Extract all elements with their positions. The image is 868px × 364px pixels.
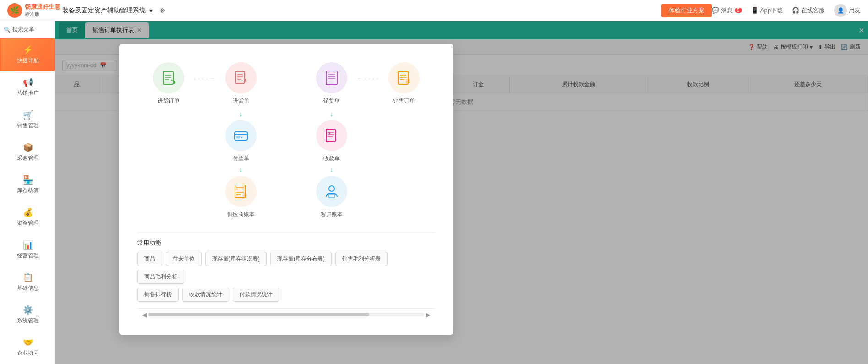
app-download-button[interactable]: 📱 App下载 [751,6,783,15]
title-dropdown-icon[interactable]: ▾ [149,7,153,14]
logo-icon: 🌿 [7,3,22,18]
btn-payment-stats[interactable]: 付款情况统计 [233,288,279,302]
basics-icon: 📋 [23,272,33,283]
search-menu-button[interactable]: 🔍 搜索菜单 [0,21,55,38]
trial-button[interactable]: 体验行业方案 [661,4,712,17]
purchase-bill-circle [225,62,257,93]
cf-buttons-row1: 商品 往来单位 现存量(库存状况表) 现存量(库存分布表) 销售毛利分析表 商品… [137,252,435,284]
scroll-left-icon[interactable]: ◀ [142,311,147,318]
svg-rect-25 [326,129,335,142]
sidebar-item-cooperation[interactable]: 🤝 企业协同 [0,331,55,364]
svg-rect-35 [243,193,247,198]
sidebar-item-basics[interactable]: 📋 基础信息 [0,266,55,299]
flow-node-customer-ledger[interactable]: 客户账本 [316,176,347,218]
inventory-icon: 🏪 [23,175,33,185]
flow-node-purchase-order[interactable]: 进货订单 [153,62,184,105]
spacer-right [347,109,388,163]
common-functions: 常用功能 商品 往来单位 现存量(库存状况表) 现存量(库存分布表) 销售毛利分… [137,232,435,302]
arrow-receipt-to-customer: ↓ [330,164,333,176]
avatar: 👤 [834,4,847,17]
flow-layout: 进货订单 - - - - → [137,58,435,223]
svg-rect-5 [235,71,245,83]
customer-ledger-label: 客户账本 [321,211,343,218]
sidebar: 🔍 搜索菜单 ⚡ 快捷导航 📢 营销推广 🛒 销售管理 📦 采购管理 🏪 库存核… [0,21,55,364]
spacer-right2 [388,109,420,163]
btn-sales-rank[interactable]: 销售排行榜 [137,288,179,302]
content-area: 首页 销售订单执行表 ✕ ✕ ❓ 帮助 🖨 按模板打印 ▾ ⬆ 导出 [55,21,868,364]
payment-col: ↓ ¥ [225,109,257,163]
modal-overlay[interactable]: 进货订单 - - - - → [55,21,868,364]
logo: 🌿 畅康通好生意 标准版 [7,3,62,18]
arrow-sales-to-receipt: ↓ [330,109,333,120]
cf-buttons-row2: 销售排行榜 收款情况统计 付款情况统计 [137,288,435,302]
flow-node-receipt[interactable]: ¥ 收款单 [316,120,347,163]
sidebar-item-finance[interactable]: 💰 资金管理 [0,201,55,234]
common-functions-title: 常用功能 [137,239,435,247]
spacer-bl1 [153,164,184,218]
btn-stock-status[interactable]: 现存量(库存状况表) [205,252,267,266]
purchase-bill-label: 进货单 [233,97,249,105]
modal-content: 进货订单 - - - - → [119,44,453,335]
sales-icon: 🛒 [23,110,33,120]
svg-text:¥: ¥ [241,136,243,139]
online-service-button[interactable]: 🎧 在线客服 [792,6,825,15]
search-icon: 🔍 [4,27,11,33]
supplier-ledger-col: ↓ [225,164,257,218]
finance-icon: 💰 [23,207,33,217]
spacer-br2 [388,164,420,218]
purchase-icon: 📦 [23,142,33,152]
flow-node-sales-bill[interactable]: 销货单 [316,62,347,105]
scroll-thumb [148,313,369,316]
message-icon: 💬 [712,7,719,14]
quick-nav-icon: ⚡ [23,45,33,55]
btn-goods-gross[interactable]: 商品毛利分析 [137,270,184,284]
flow-node-purchase-bill[interactable]: 进货单 [225,62,257,105]
left-col-flow [153,109,184,163]
service-icon: 🎧 [792,7,799,14]
arrow-purchase-order-to-bill: - - - - → [184,76,225,92]
spacer-br1 [347,164,388,218]
spacer-left [184,109,225,163]
customer-ledger-circle [316,176,347,207]
flow-node-supplier-ledger[interactable]: 供应商账本 [225,176,257,218]
sidebar-item-purchase[interactable]: 📦 采购管理 [0,136,55,168]
messages-badge: 5 [735,8,742,13]
sales-bill-circle [316,62,347,93]
sales-bill-label: 销货单 [323,97,340,105]
supplier-ledger-label: 供应商账本 [227,211,255,218]
system-icon: ⚙️ [23,305,33,315]
receipt-label: 收款单 [323,155,340,163]
btn-sales-gross[interactable]: 销售毛利分析表 [335,252,388,266]
messages-button[interactable]: 💬 消息 5 [712,6,742,15]
settings-icon[interactable]: ⚙ [160,7,166,14]
sidebar-item-sales[interactable]: 🛒 销售管理 [0,103,55,136]
arrow-payment-to-supplier: ↓ [240,164,243,176]
receipt-circle: ¥ [316,120,347,151]
scroll-track[interactable] [148,313,424,316]
payment-label: 付款单 [233,155,249,163]
quick-nav-modal: 进货订单 - - - - → [119,44,453,335]
btn-stock-dist[interactable]: 现存量(库存分布表) [270,252,332,266]
flow-node-payment[interactable]: ¥ 付款单 [225,120,257,163]
sidebar-item-operations[interactable]: 📊 经营管理 [0,234,55,266]
sidebar-item-inventory[interactable]: 🏪 库存核算 [0,168,55,201]
marketing-icon: 📢 [23,77,33,87]
cooperation-icon: 🤝 [23,337,33,348]
system-title-area: 装备及固定资产辅助管理系统 ▾ ⚙ [62,6,656,15]
header-right: 💬 消息 5 📱 App下载 🎧 在线客服 👤 用友 [712,4,861,17]
btn-receipt-stats[interactable]: 收款情况统计 [182,288,229,302]
flow-node-sales-order[interactable]: 销售订单 [388,62,420,105]
spacer-bl2 [184,164,225,218]
user-menu[interactable]: 👤 用友 [834,4,861,17]
sidebar-item-system[interactable]: ⚙️ 系统管理 [0,299,55,331]
svg-rect-0 [163,71,173,84]
purchase-order-label: 进货订单 [158,97,180,105]
btn-partners[interactable]: 往来单位 [166,252,202,266]
scroll-right-icon[interactable]: ▶ [426,311,431,318]
sales-order-circle [388,62,420,93]
sidebar-item-quick-nav[interactable]: ⚡ 快捷导航 [0,38,55,71]
arrow-purchase-to-payment: ↓ [240,109,243,120]
sidebar-item-marketing[interactable]: 📢 营销推广 [0,71,55,103]
btn-goods[interactable]: 商品 [137,252,162,266]
logo-text: 畅康通好生意 标准版 [25,3,60,17]
